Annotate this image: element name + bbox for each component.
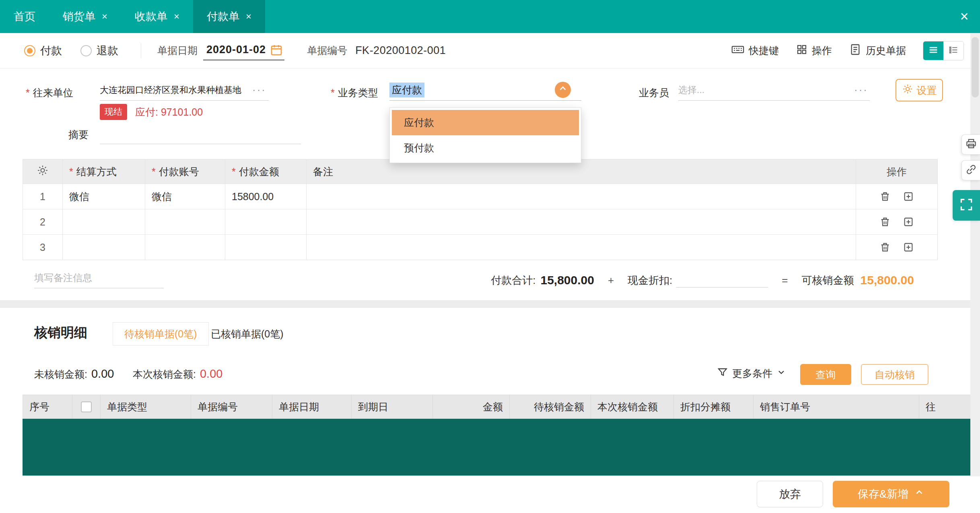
detail-view-toggle[interactable] (943, 41, 964, 60)
pay-amount-cell[interactable] (225, 235, 307, 260)
radio-dot-icon (24, 45, 35, 56)
remark-cell[interactable] (307, 235, 856, 260)
settings-button[interactable]: 设置 (896, 79, 943, 101)
trash-icon[interactable] (879, 191, 891, 202)
remark-input[interactable]: 填写备注信息 (34, 267, 164, 288)
header-doc-type: 单据类型 (101, 395, 191, 418)
printer-icon (965, 138, 977, 151)
close-icon[interactable]: × (246, 12, 251, 21)
save-and-new-button[interactable]: 保存&新增 (833, 481, 949, 507)
scrollbar-thumb[interactable] (972, 37, 979, 97)
add-row-icon[interactable] (903, 242, 914, 253)
row-number: 3 (23, 235, 63, 260)
settings-label: 设置 (917, 84, 937, 97)
view-toggle-group (923, 41, 964, 60)
header-discount-share: 折扣分摊额 (674, 395, 754, 418)
tab-sales-order-label: 销货单 (63, 9, 95, 24)
counterparty-more-button[interactable]: ··· (252, 84, 266, 96)
summary-field[interactable] (100, 123, 301, 144)
settle-method-cell[interactable]: 微信 (63, 184, 145, 209)
pay-account-cell[interactable] (145, 235, 225, 260)
dropdown-option-prepaid[interactable]: 预付款 (392, 135, 579, 161)
header-pay-account: * 付款账号 (145, 159, 225, 184)
date-label: 单据日期 (157, 44, 198, 57)
link-icon (965, 163, 977, 177)
dropdown-option-payable[interactable]: 应付款 (392, 110, 579, 135)
salesman-field[interactable]: 选择... ··· (678, 80, 870, 101)
close-icon[interactable]: × (102, 12, 107, 21)
pay-account-cell[interactable] (145, 209, 225, 234)
trash-icon[interactable] (879, 216, 891, 228)
close-all-icon[interactable]: × (949, 0, 980, 33)
select-all-checkbox[interactable] (81, 401, 92, 412)
remark-cell[interactable] (307, 184, 856, 209)
close-icon[interactable]: × (174, 12, 179, 21)
tab-payment-order-label: 付款单 (207, 9, 239, 24)
calendar-icon[interactable] (270, 43, 283, 56)
tab-receipt-order[interactable]: 收款单 × (121, 0, 193, 33)
verify-stats-row: 未核销金额: 0.00 本次核销金额: 0.00 更多条件 查询 自动核销 (0, 355, 980, 395)
pay-total-value: 15,800.00 (540, 273, 594, 287)
biz-type-label: * 业务类型 (331, 86, 378, 99)
footer-actions: 放弃 保存&新增 (0, 476, 980, 512)
salesman-more-button[interactable]: ··· (854, 84, 868, 96)
tab-verified-documents[interactable]: 已核销单据(0笔) (204, 322, 290, 345)
verifiable-label: 可核销金额 (802, 273, 854, 288)
divider (141, 43, 141, 58)
list-view-icon (928, 44, 939, 57)
chevron-up-icon (914, 487, 924, 501)
settle-method-cell[interactable] (63, 235, 145, 260)
pay-account-cell[interactable]: 微信 (145, 184, 225, 209)
query-button[interactable]: 查询 (800, 364, 851, 385)
radio-circle-icon (80, 45, 92, 56)
totals-row: 填写备注信息 付款合计: 15,800.00 + 现金折扣: = 可核销金额 1… (0, 260, 980, 300)
abandon-button[interactable]: 放弃 (757, 481, 823, 507)
counterparty-field[interactable]: 大连花园口经济区景和水果种植基地 ··· (100, 80, 269, 101)
tab-sales-order[interactable]: 销货单 × (49, 0, 121, 33)
expand-button[interactable] (953, 190, 980, 221)
row-operations (856, 184, 937, 209)
pay-amount-cell[interactable] (225, 209, 307, 234)
tab-payment-order[interactable]: 付款单 × (193, 0, 265, 33)
header-select-all (72, 395, 101, 418)
list-view-toggle[interactable] (923, 41, 943, 60)
remark-cell[interactable] (307, 209, 856, 234)
add-row-icon[interactable] (903, 216, 914, 228)
table-row: 2 (23, 209, 937, 234)
history-documents-button[interactable]: 历史单据 (849, 43, 906, 58)
verify-table-body-panel (23, 419, 980, 476)
print-button[interactable] (961, 134, 980, 155)
grid-icon (796, 43, 808, 58)
tab-home[interactable]: 首页 (0, 0, 49, 33)
verifiable-value: 15,800.00 (861, 273, 914, 287)
collapse-dropdown-button[interactable] (555, 82, 571, 98)
scrollbar-track[interactable] (970, 33, 980, 476)
auto-verify-button[interactable]: 自动核销 (861, 364, 929, 385)
keyboard-icon (731, 43, 745, 59)
trash-icon[interactable] (879, 242, 891, 253)
doc-no-label: 单据编号 (307, 44, 347, 57)
document-header-form: * 往来单位 大连花园口经济区景和水果种植基地 ··· 现结 应付: 97101… (0, 68, 980, 159)
header-doc-date: 单据日期 (272, 395, 352, 418)
link-button[interactable] (961, 160, 980, 180)
header-amount: 金额 (433, 395, 510, 418)
refund-radio[interactable]: 退款 (80, 43, 118, 58)
biz-type-field[interactable]: 应付款 (389, 80, 581, 101)
pay-radio[interactable]: 付款 (24, 43, 62, 58)
add-row-icon[interactable] (903, 191, 914, 202)
tab-pending-documents[interactable]: 待核销单据(0笔) (113, 322, 209, 345)
plus-sign: + (608, 274, 614, 287)
header-settle-method: * 结算方式 (63, 159, 145, 184)
header-doc-no: 单据编号 (191, 395, 272, 418)
date-input[interactable]: 2020-01-02 (203, 41, 284, 60)
cash-discount-input[interactable] (676, 273, 768, 288)
shortcut-keys-button[interactable]: 快捷键 (731, 43, 779, 59)
tab-receipt-order-label: 收款单 (135, 9, 167, 24)
table-row: 1 微信 微信 15800.00 (23, 184, 937, 209)
payment-lines-table: * 结算方式 * 付款账号 * 付款金额 备注 操作 1 微信 微信 15800… (23, 159, 938, 260)
pay-amount-cell[interactable]: 15800.00 (225, 184, 307, 209)
operations-button[interactable]: 操作 (796, 43, 832, 58)
settle-method-cell[interactable] (63, 209, 145, 234)
column-settings-cell[interactable] (23, 159, 63, 184)
more-filters-button[interactable]: 更多条件 (717, 366, 786, 380)
